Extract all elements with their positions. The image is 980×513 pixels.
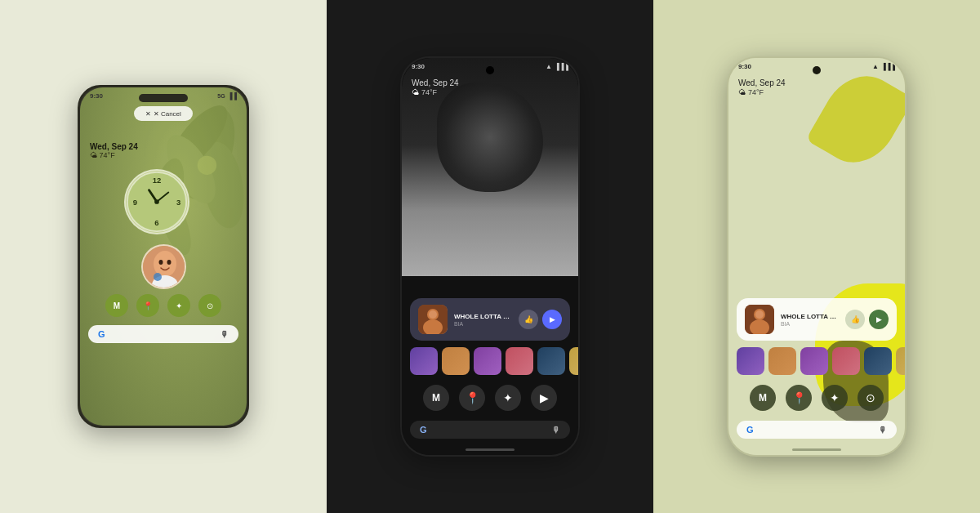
- search-bar-right[interactable]: G 🎙: [737, 421, 897, 439]
- song-thumb-4-right[interactable]: [832, 347, 860, 375]
- music-controls-right: 👍 ▶: [845, 310, 889, 329]
- gmail-icon-right[interactable]: M: [750, 385, 776, 411]
- svg-point-15: [154, 199, 159, 204]
- mic-icon-center[interactable]: 🎙: [552, 426, 560, 435]
- fan-icon-right: ✦: [830, 391, 840, 404]
- baby-face-svg: [143, 246, 186, 289]
- music-info-right: WHOLE LOTTA MONEY BIA: [781, 313, 839, 327]
- battery-right: ▐▐▐: [881, 63, 895, 70]
- music-artist-right: BIA: [781, 321, 839, 327]
- song-thumb-6-center[interactable]: [569, 347, 578, 375]
- time-right: 9:30: [738, 63, 751, 70]
- gmail-m-right: M: [759, 392, 767, 404]
- home-indicator-right: [792, 448, 841, 451]
- clock-face: 12 3 6 9: [124, 169, 189, 234]
- play-button-right[interactable]: ▶: [869, 310, 889, 329]
- song-thumb-5-center[interactable]: [537, 347, 565, 375]
- thumb-button-right[interactable]: 👍: [845, 310, 865, 329]
- music-widget-center[interactable]: WHOLE LOTTA MONEY BIA 👍 ▶: [410, 298, 570, 341]
- music-artist-center: BIA: [454, 321, 512, 327]
- song-thumb-4-center[interactable]: [506, 347, 533, 375]
- youtube-play-icon: ▶: [540, 391, 549, 404]
- camera-notch: [139, 94, 188, 102]
- clock-widget: 12 3 6 9: [124, 169, 189, 234]
- pin-icon-center: 📍: [466, 391, 479, 404]
- album-art-svg-right: [745, 305, 774, 334]
- music-controls-center: 👍 ▶: [519, 310, 562, 329]
- svg-text:12: 12: [153, 176, 162, 185]
- song-thumb-3-center[interactable]: [474, 347, 501, 375]
- time-center: 9:30: [412, 63, 425, 70]
- svg-text:9: 9: [133, 198, 137, 207]
- weather-right: 🌤 74°F: [738, 88, 895, 96]
- fan-icon-center: ✦: [503, 391, 513, 404]
- song-thumb-3-right[interactable]: [800, 347, 828, 375]
- album-art-svg: [418, 305, 448, 334]
- wifi-icon-center: ▲: [546, 63, 552, 70]
- album-art-image-right: [745, 305, 774, 334]
- home-indicator-center: [466, 448, 514, 451]
- left-panel: 9:30 5G ▐▐ ✕ ✕ Cancel Wed, Sep 24 🌤 74°F: [0, 0, 327, 513]
- phone-left-screen: 9:30 5G ▐▐ ✕ ✕ Cancel Wed, Sep 24 🌤 74°F: [80, 87, 247, 426]
- gmail-m-center: M: [432, 392, 440, 404]
- maps-icon-center[interactable]: 📍: [459, 385, 485, 411]
- svg-point-29: [755, 310, 764, 319]
- date-area-center: Wed, Sep 24 🌤 74°F: [402, 72, 578, 100]
- play-icon-right: ▶: [876, 315, 882, 323]
- gmail-icon-center[interactable]: M: [423, 385, 449, 411]
- song-thumb-1-right[interactable]: [737, 347, 764, 375]
- pin-icon-right: 📍: [792, 391, 806, 404]
- battery-center: ▐▐▐: [555, 63, 568, 70]
- song-thumb-2-center[interactable]: [442, 347, 470, 375]
- music-info-center: WHOLE LOTTA MONEY BIA: [454, 313, 512, 327]
- google-g-right: G: [746, 425, 754, 435]
- song-thumb-1-center[interactable]: [410, 347, 438, 375]
- phone-center: 9:30 ▲ ▐▐▐ Wed, Sep 24 🌤 74°F: [400, 56, 580, 457]
- thumb-button-center[interactable]: 👍: [519, 310, 538, 329]
- weather-center: 🌤 74°F: [412, 88, 568, 96]
- widget-icon-right[interactable]: ✦: [822, 385, 848, 411]
- status-icons-center: ▲ ▐▐▐: [546, 63, 568, 70]
- weather-icon-center: 🌤: [412, 88, 419, 96]
- svg-point-21: [154, 273, 162, 281]
- thumb-icon-right: 👍: [851, 315, 860, 323]
- baby-photo: [141, 244, 186, 289]
- album-art-right: [745, 305, 774, 334]
- songs-strip-center: [402, 347, 578, 375]
- date-right: Wed, Sep 24: [738, 78, 895, 87]
- play-icon-center: ▶: [550, 315, 555, 323]
- phone-right: 9:30 ▲ ▐▐▐ Wed, Sep 24 🌤 74°F: [727, 56, 906, 457]
- date-area-right: Wed, Sep 24 🌤 74°F: [728, 72, 905, 100]
- svg-text:6: 6: [154, 218, 158, 227]
- thumb-icon-center: 👍: [524, 315, 533, 323]
- clock-svg: 12 3 6 9: [126, 169, 188, 234]
- status-bar-center: 9:30 ▲ ▐▐▐: [402, 58, 578, 72]
- song-thumb-2-right[interactable]: [768, 347, 796, 375]
- settings-icon-right[interactable]: ⊙: [858, 385, 884, 411]
- phone-left: 9:30 5G ▐▐ ✕ ✕ Cancel Wed, Sep 24 🌤 74°F: [78, 85, 249, 428]
- youtube-icon-center[interactable]: ▶: [531, 385, 557, 411]
- temp-center: 74°F: [421, 88, 437, 96]
- weather-icon-right: 🌤: [738, 88, 746, 96]
- song-thumb-6-right[interactable]: [896, 347, 905, 375]
- date-center: Wed, Sep 24: [412, 78, 568, 87]
- right-panel: 9:30 ▲ ▐▐▐ Wed, Sep 24 🌤 74°F: [653, 0, 980, 513]
- maps-icon-right[interactable]: 📍: [786, 385, 812, 411]
- svg-point-19: [167, 260, 171, 265]
- song-thumb-5-right[interactable]: [864, 347, 892, 375]
- music-widget-right[interactable]: WHOLE LOTTA MONEY BIA 👍 ▶: [737, 298, 897, 341]
- search-bar-center[interactable]: G 🎙: [410, 421, 570, 439]
- wifi-icon-right: ▲: [872, 63, 879, 70]
- svg-point-25: [429, 310, 437, 319]
- app-dock-center: M 📍 ✦ ▶: [402, 378, 578, 417]
- mic-icon-right[interactable]: 🎙: [879, 426, 887, 435]
- phone-right-screen: 9:30 ▲ ▐▐▐ Wed, Sep 24 🌤 74°F: [728, 58, 905, 455]
- google-g-center: G: [420, 425, 427, 435]
- music-title-center: WHOLE LOTTA MONEY: [454, 313, 512, 320]
- status-icons-right: ▲ ▐▐▐: [872, 63, 895, 70]
- right-screen-content: 9:30 ▲ ▐▐▐ Wed, Sep 24 🌤 74°F: [728, 58, 905, 455]
- play-button-center[interactable]: ▶: [542, 310, 562, 329]
- album-art-image: [418, 305, 448, 334]
- center-panel: 9:30 ▲ ▐▐▐ Wed, Sep 24 🌤 74°F: [327, 0, 653, 513]
- widget-icon-center[interactable]: ✦: [495, 385, 521, 411]
